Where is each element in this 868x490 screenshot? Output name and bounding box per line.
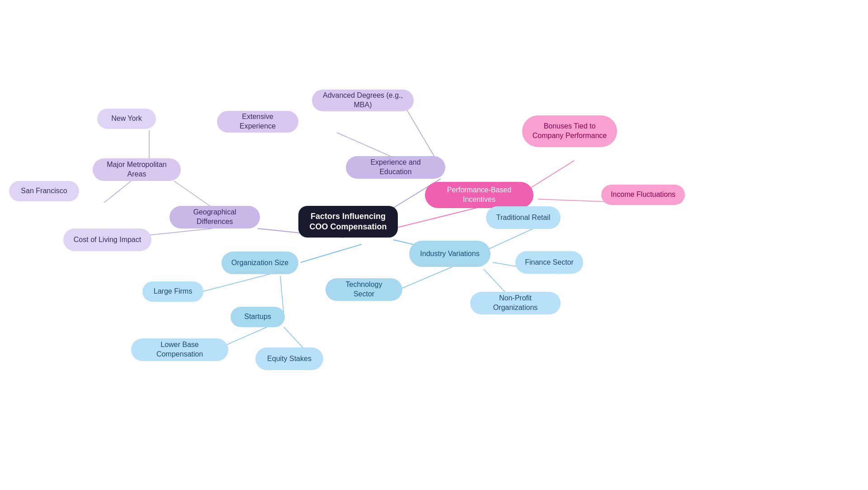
non-profit-node: Non-Profit Organizations xyxy=(470,292,561,314)
cost-of-living-node: Cost of Living Impact xyxy=(63,228,151,251)
experience-education-label: Experience and Education xyxy=(355,158,436,177)
bonuses-label: Bonuses Tied to Company Performance xyxy=(531,122,608,141)
performance-incentives-node: Performance-Based Incentives xyxy=(425,182,533,208)
large-firms-label: Large Firms xyxy=(154,287,192,296)
extensive-experience-node: Extensive Experience xyxy=(217,111,298,133)
major-metro-node: Major Metropolitan Areas xyxy=(93,158,181,181)
industry-variations-node: Industry Variations xyxy=(409,241,491,267)
center-label: Factors Influencing COO Compensation xyxy=(307,211,389,233)
new-york-node: New York xyxy=(97,109,156,129)
cost-of-living-label: Cost of Living Impact xyxy=(74,235,141,245)
organization-size-label: Organization Size xyxy=(231,258,288,268)
finance-sector-node: Finance Sector xyxy=(515,251,583,274)
lower-base-node: Lower Base Compensation xyxy=(131,338,228,361)
equity-stakes-node: Equity Stakes xyxy=(255,347,323,370)
experience-education-node: Experience and Education xyxy=(346,156,445,179)
svg-line-8 xyxy=(104,181,131,203)
startups-label: Startups xyxy=(244,312,271,322)
svg-line-2 xyxy=(393,207,479,228)
extensive-experience-label: Extensive Experience xyxy=(226,112,289,131)
technology-sector-label: Technology Sector xyxy=(335,280,393,299)
svg-line-13 xyxy=(201,274,271,292)
svg-line-20 xyxy=(399,267,452,290)
new-york-label: New York xyxy=(111,114,142,124)
lower-base-label: Lower Base Compensation xyxy=(140,340,219,359)
bonuses-node: Bonuses Tied to Company Performance xyxy=(522,115,617,147)
san-francisco-label: San Francisco xyxy=(21,186,67,196)
non-profit-label: Non-Profit Organizations xyxy=(479,294,552,313)
performance-incentives-label: Performance-Based Incentives xyxy=(434,186,524,205)
startups-node: Startups xyxy=(231,307,285,327)
san-francisco-node: San Francisco xyxy=(9,181,79,201)
svg-line-3 xyxy=(301,244,362,262)
traditional-retail-label: Traditional Retail xyxy=(496,213,550,223)
geographical-differences-node: Geographical Differences xyxy=(170,206,260,228)
major-metro-label: Major Metropolitan Areas xyxy=(102,160,172,179)
organization-size-node: Organization Size xyxy=(222,252,298,274)
advanced-degrees-label: Advanced Degrees (e.g., MBA) xyxy=(321,91,405,110)
industry-variations-label: Industry Variations xyxy=(420,249,479,259)
traditional-retail-node: Traditional Retail xyxy=(486,206,561,229)
technology-sector-node: Technology Sector xyxy=(326,278,402,301)
income-fluctuations-label: Income Fluctuations xyxy=(611,190,675,200)
finance-sector-label: Finance Sector xyxy=(525,258,574,267)
geographical-differences-label: Geographical Differences xyxy=(179,208,251,227)
large-firms-node: Large Firms xyxy=(142,281,203,302)
income-fluctuations-node: Income Fluctuations xyxy=(601,185,685,205)
advanced-degrees-node: Advanced Degrees (e.g., MBA) xyxy=(312,90,414,111)
equity-stakes-label: Equity Stakes xyxy=(267,354,311,364)
center-node: Factors Influencing COO Compensation xyxy=(298,206,398,238)
